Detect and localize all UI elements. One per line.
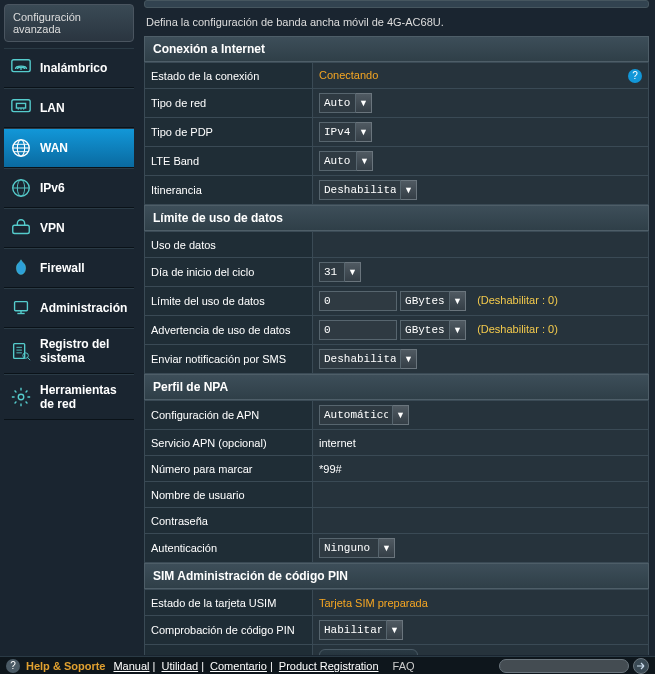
label-pdp: Tipo de PDP <box>145 118 313 147</box>
label-lte: LTE Band <box>145 147 313 176</box>
lan-icon <box>10 97 32 119</box>
sidebar-item-label: Firewall <box>40 261 85 275</box>
label-pass: Contraseña <box>145 508 313 534</box>
note-warn: (Deshabilitar : 0) <box>477 323 558 335</box>
select-nettype[interactable]: Auto <box>319 93 356 113</box>
select-cycle-day[interactable]: 31 <box>319 262 345 282</box>
section-header-connection: Conexión a Internet <box>144 36 649 62</box>
label-dial: Número para marcar <box>145 456 313 482</box>
page-description: Defina la configuración de banda ancha m… <box>144 12 649 36</box>
value-simstatus: Tarjeta SIM preparada <box>319 597 428 609</box>
svg-point-25 <box>18 394 24 400</box>
section-header-datalimit: Límite de uso de datos <box>144 205 649 231</box>
value-dial: *99# <box>313 456 649 482</box>
chevron-down-icon[interactable]: ▼ <box>393 405 409 425</box>
sidebar-item-label: IPv6 <box>40 181 65 195</box>
globe-icon <box>10 137 32 159</box>
link-utility[interactable]: Utilidad <box>161 660 198 672</box>
sidebar-item-lan[interactable]: LAN <box>4 88 134 128</box>
label-apnsvc: Servicio APN (opcional) <box>145 430 313 456</box>
help-circle-icon[interactable]: ? <box>6 659 20 673</box>
select-sms[interactable]: Deshabilitar <box>319 349 401 369</box>
chevron-down-icon[interactable]: ▼ <box>357 151 373 171</box>
label-auth: Autenticación <box>145 534 313 563</box>
search-go-button[interactable] <box>633 658 649 674</box>
note-limit: (Deshabilitar : 0) <box>477 294 558 306</box>
label-apncfg: Configuración de APN <box>145 401 313 430</box>
sidebar-item-label: Registro del sistema <box>40 337 128 365</box>
sidebar-item-wireless[interactable]: Inalámbrico <box>4 48 134 88</box>
chevron-down-icon[interactable]: ▼ <box>356 93 372 113</box>
sidebar-item-wan[interactable]: WAN <box>4 128 134 168</box>
label-conn-status: Estado de la conexión <box>145 63 313 89</box>
svg-rect-3 <box>16 103 25 108</box>
sidebar-item-vpn[interactable]: VPN <box>4 208 134 248</box>
chevron-down-icon[interactable]: ▼ <box>356 122 372 142</box>
sidebar-item-label: VPN <box>40 221 65 235</box>
sidebar-item-firewall[interactable]: Firewall <box>4 248 134 288</box>
label-sms: Enviar notificación por SMS <box>145 345 313 374</box>
svg-rect-16 <box>15 302 28 311</box>
sidebar-item-label: LAN <box>40 101 65 115</box>
ipv6-icon <box>10 177 32 199</box>
section-header-npa: Perfil de NPA <box>144 374 649 400</box>
link-comment[interactable]: Comentario <box>210 660 267 672</box>
sidebar: Configuración avanzada Inalámbrico LAN W… <box>0 0 138 655</box>
value-apnsvc: internet <box>313 430 649 456</box>
label-roaming: Itinerancia <box>145 176 313 205</box>
sidebar-item-label: Administración <box>40 301 127 315</box>
select-roaming[interactable]: Deshabilitar <box>319 180 401 200</box>
faq-label[interactable]: FAQ <box>393 660 415 672</box>
chevron-down-icon[interactable]: ▼ <box>450 291 466 311</box>
select-limit-unit[interactable]: GBytes <box>400 291 450 311</box>
chevron-down-icon[interactable]: ▼ <box>401 180 417 200</box>
sidebar-item-admin[interactable]: Administración <box>4 288 134 328</box>
svg-point-1 <box>20 68 22 70</box>
value-user <box>313 482 649 508</box>
wireless-icon <box>10 57 32 79</box>
label-warn: Advertencia de uso de datos <box>145 316 313 345</box>
chevron-down-icon[interactable]: ▼ <box>379 538 395 558</box>
sidebar-item-syslog[interactable]: Registro del sistema <box>4 328 134 374</box>
label-usage: Uso de datos <box>145 232 313 258</box>
content-header-bar <box>144 0 649 8</box>
value-usage <box>313 232 649 258</box>
label-pincheck: Comprobación de código PIN <box>145 616 313 645</box>
footer-search-input[interactable] <box>499 659 629 673</box>
sidebar-item-label: WAN <box>40 141 68 155</box>
vpn-icon <box>10 217 32 239</box>
modify-button[interactable]: Modificar <box>319 649 418 655</box>
svg-rect-15 <box>13 225 30 233</box>
select-auth[interactable]: Ninguno <box>319 538 379 558</box>
label-cycle: Día de inicio del ciclo <box>145 258 313 287</box>
input-warn[interactable] <box>319 320 397 340</box>
footer: ? Help & Soporte Manual| Utilidad| Comen… <box>0 656 655 674</box>
select-lte[interactable]: Auto <box>319 151 357 171</box>
label-nettype: Tipo de red <box>145 89 313 118</box>
help-support-link[interactable]: Help & Soporte <box>26 660 105 672</box>
chevron-down-icon[interactable]: ▼ <box>450 320 466 340</box>
help-icon[interactable]: ? <box>628 69 642 83</box>
label-pinmod: Modificación del código PIN <box>145 645 313 656</box>
svg-line-24 <box>27 357 30 360</box>
link-product-reg[interactable]: Product Registration <box>279 660 379 672</box>
value-pass <box>313 508 649 534</box>
syslog-icon <box>10 340 32 362</box>
chevron-down-icon[interactable]: ▼ <box>387 620 403 640</box>
select-warn-unit[interactable]: GBytes <box>400 320 450 340</box>
firewall-icon <box>10 257 32 279</box>
chevron-down-icon[interactable]: ▼ <box>345 262 361 282</box>
select-pincheck[interactable]: Habilitar <box>319 620 387 640</box>
link-manual[interactable]: Manual <box>113 660 149 672</box>
input-limit[interactable] <box>319 291 397 311</box>
chevron-down-icon[interactable]: ▼ <box>401 349 417 369</box>
sidebar-item-nettools[interactable]: Herramientas de red <box>4 374 134 420</box>
sidebar-item-ipv6[interactable]: IPv6 <box>4 168 134 208</box>
sidebar-title: Configuración avanzada <box>4 4 134 42</box>
sidebar-item-label: Inalámbrico <box>40 61 107 75</box>
label-limit: Límite del uso de datos <box>145 287 313 316</box>
label-simstatus: Estado de la tarjeta USIM <box>145 590 313 616</box>
section-header-sim: SIM Administración de código PIN <box>144 563 649 589</box>
select-pdp[interactable]: IPv4 <box>319 122 356 142</box>
select-apncfg[interactable]: Automático <box>319 405 393 425</box>
